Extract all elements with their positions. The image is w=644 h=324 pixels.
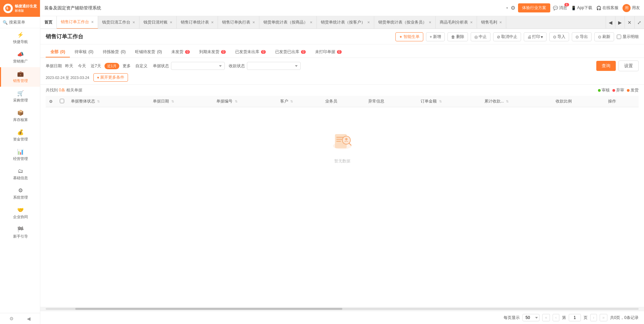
tab-cash-reconcile[interactable]: 钱货日清对账 ✕ [139, 16, 177, 29]
header-settings-icon[interactable]: ⚙ [511, 5, 515, 11]
sidebar-item-enterprise[interactable]: 🤝 企业协同 [0, 203, 40, 223]
tab-sales-order-workbench-close[interactable]: ✕ [91, 20, 94, 24]
cancel-stop-btn[interactable]: ⊘ 取消中止 [493, 32, 521, 41]
shortcut-7days[interactable]: 近7天 [89, 63, 102, 70]
th-date-sort[interactable]: ⇅ [171, 99, 174, 103]
tab-expand-btn[interactable]: ⤢ [634, 16, 644, 29]
shortcut-1month[interactable]: 近1月 [104, 63, 119, 69]
sidebar-item-marketing[interactable]: 📣 营销推广 [0, 48, 40, 67]
app-download-btn[interactable]: 📱 App下载 [571, 5, 592, 11]
review-quick-btn[interactable]: 审核 [598, 87, 610, 93]
print-btn[interactable]: 🖨 打印 ▾ [524, 32, 547, 41]
shortcut-today[interactable]: 今天 [77, 63, 87, 70]
tab-next-btn[interactable]: ▶ [615, 16, 625, 29]
tab-sales-customer[interactable]: 销货单统计表（按客户） ✕ [317, 16, 374, 29]
sub-tab-pending-review[interactable]: 待审核 (0) [70, 47, 98, 57]
search-menu[interactable]: 🔍 搜索菜单 [0, 17, 40, 28]
tab-sales-stats[interactable]: 销售订单统计表 ✕ [177, 16, 218, 29]
result-count: 0条 [59, 88, 65, 92]
th-checkbox [56, 96, 68, 107]
stop-btn[interactable]: ◎ 中止 [471, 32, 490, 41]
tab-sales-profit-close[interactable]: ✕ [499, 21, 502, 24]
th-amount-sort[interactable]: ⇅ [439, 99, 442, 103]
sidebar-item-system[interactable]: ⚙ 系统管理 [0, 184, 40, 203]
sidebar-item-sales[interactable]: 💼 销售管理 [0, 67, 40, 87]
sub-tab-expired[interactable]: 到期未发货 0 [195, 47, 230, 57]
smart-btn[interactable]: ✦ 智能生单 [395, 32, 423, 41]
delete-btn[interactable]: 🗑 删除 [447, 32, 468, 41]
sidebar-item-quick-nav[interactable]: ⚡ 快捷导航 [0, 28, 40, 48]
expand-filter-btn[interactable]: ▾ 展开更多条件 [93, 73, 128, 82]
sidebar-item-finance[interactable]: 💰 资金管理 [0, 126, 40, 145]
industry-btn[interactable]: 体验行业方案 [518, 3, 550, 12]
cancel-stop-label: 取消中止 [501, 34, 517, 40]
tab-sales-product-close[interactable]: ✕ [310, 21, 312, 24]
tab-sales-stats-close[interactable]: ✕ [211, 21, 214, 24]
sub-tab-shipped-out[interactable]: 已发货已出库 0 [270, 47, 310, 57]
sidebar-settings-btn[interactable]: ⚙ [9, 316, 14, 321]
shortcut-more[interactable]: 更多 [121, 63, 132, 70]
tab-sales-customer-close[interactable]: ✕ [367, 21, 370, 24]
scrollbar-thumb[interactable] [75, 308, 342, 310]
next-page-btn[interactable]: › [590, 314, 597, 321]
tab-sales-staff-close[interactable]: ✕ [429, 21, 431, 24]
th-number-sort[interactable]: ⇅ [235, 99, 238, 103]
refresh-btn[interactable]: ⊙ 刷新 [594, 32, 614, 41]
payment-select[interactable] [247, 62, 301, 70]
import-btn[interactable]: ⊙ 导入 [549, 32, 569, 41]
sidebar-item-newbie[interactable]: 🏁 新手引导 [0, 223, 40, 242]
tab-home[interactable]: 首页 [40, 16, 57, 29]
th-status-sort[interactable]: ⇅ [97, 99, 100, 103]
tab-prev-btn[interactable]: ◀ [606, 16, 615, 29]
tab-cash-reconcile-close[interactable]: ✕ [170, 21, 172, 24]
tab-sales-exec-close[interactable]: ✕ [252, 21, 255, 24]
th-customer-sort[interactable]: ⇅ [290, 99, 293, 103]
tab-cash-daily-close[interactable]: ✕ [132, 21, 135, 24]
online-service-btn[interactable]: 🎧 在线客服 [596, 5, 618, 11]
tab-margin-close[interactable]: ✕ [470, 21, 473, 24]
message-btn[interactable]: 💬 消息 6 [553, 5, 567, 11]
scrollbar-track[interactable] [46, 308, 639, 310]
th-received-sort[interactable]: ⇅ [506, 99, 509, 103]
sidebar-item-basic-info[interactable]: 🗂 基础信息 [0, 165, 40, 184]
per-page-select[interactable]: 50 10 20 100 [522, 314, 540, 321]
tab-margin[interactable]: 商品毛利分析表 ✕ [436, 16, 477, 29]
cancel-review-quick-btn[interactable]: 弃审 [612, 87, 624, 93]
tab-sales-staff[interactable]: 销货单统计表（按业务员） ✕ [374, 16, 436, 29]
status-select[interactable] [171, 62, 225, 70]
page-suffix: 页 [584, 315, 588, 321]
show-detail-checkbox[interactable] [617, 35, 621, 39]
tab-sales-product[interactable]: 销货单统计表（按商品） ✕ [259, 16, 317, 29]
export-btn[interactable]: ⊙ 导出 [572, 32, 592, 41]
page-input[interactable] [569, 314, 581, 321]
sub-tab-wangpu[interactable]: 旺铺待发货 (0) [130, 47, 167, 57]
set-btn[interactable]: 设置 [618, 60, 639, 71]
system-dropdown-icon[interactable]: ▾ [506, 6, 508, 10]
user-info[interactable]: 用 用友 [622, 4, 640, 12]
select-all-checkbox[interactable] [60, 99, 64, 103]
tab-sales-order-workbench[interactable]: 销售订单工作台 ✕ [57, 16, 98, 29]
sub-tab-not-printed[interactable]: 未打印单据 0 [310, 47, 346, 57]
first-page-btn[interactable]: « [542, 314, 550, 321]
last-page-btn[interactable]: » [600, 314, 607, 321]
tab-cash-daily[interactable]: 钱货日清工作台 ✕ [98, 16, 139, 29]
sidebar-item-inventory[interactable]: 📦 库存核算 [0, 106, 40, 126]
sub-tab-not-shipped[interactable]: 未发货 0 [167, 47, 195, 57]
prev-page-btn[interactable]: ‹ [553, 314, 559, 321]
table-settings-icon[interactable]: ⚙ [49, 99, 53, 104]
sidebar-item-purchase[interactable]: 🛒 采购管理 [0, 87, 40, 106]
sub-tab-shipped-not-out[interactable]: 已发货未出库 0 [230, 47, 270, 57]
svg-rect-5 [336, 139, 342, 140]
sidebar-collapse-btn[interactable]: ◀ [27, 316, 31, 321]
tab-sales-profit[interactable]: 销售毛利 ✕ [477, 16, 506, 29]
add-btn[interactable]: + 新增 [426, 32, 445, 41]
tab-close-all-btn[interactable]: ✕ [625, 16, 634, 29]
query-btn[interactable]: 查询 [596, 61, 616, 71]
tab-sales-exec[interactable]: 销售订单执行表 ✕ [218, 16, 259, 29]
shortcut-custom[interactable]: 自定义 [134, 63, 149, 70]
shortcut-yesterday[interactable]: 昨天 [64, 63, 75, 70]
sidebar-item-operations[interactable]: 📊 经营管理 [0, 145, 40, 165]
sub-tab-all[interactable]: 全部 (0) [46, 47, 70, 57]
ship-quick-btn[interactable]: 发货 [627, 87, 639, 93]
sub-tab-pending-inspect[interactable]: 待拣验货 (0) [98, 47, 130, 57]
